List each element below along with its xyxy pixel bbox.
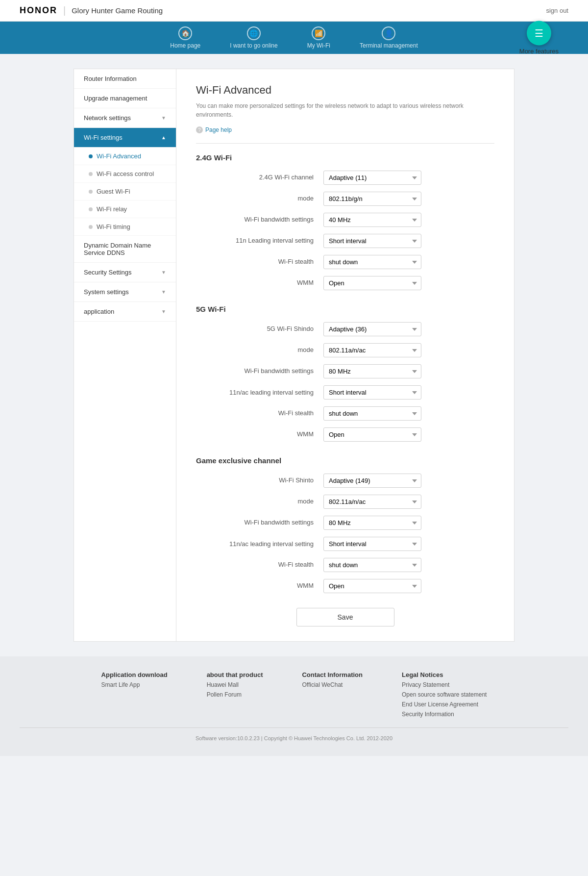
footer-link-opensource[interactable]: Open source software statement <box>402 691 487 698</box>
save-button-row: Save <box>196 608 494 626</box>
control-5g-interval[interactable]: Short interval Long interval <box>323 385 421 400</box>
nav-terminal[interactable]: 👤 Terminal management <box>345 22 433 54</box>
control-24g-bandwidth[interactable]: 40 MHz 20 MHz Auto <box>323 213 421 227</box>
select-game-channel[interactable]: Adaptive (149) 149 153 157 161 <box>323 474 421 488</box>
select-24g-interval[interactable]: Short interval Long interval <box>323 234 421 248</box>
control-game-stealth[interactable]: shut down open <box>323 558 421 572</box>
control-24g-mode[interactable]: 802.11b/g/n 802.11b/g 802.11n <box>323 192 421 206</box>
label-24g-mode: mode <box>196 194 323 203</box>
select-24g-wmm[interactable]: Open Close <box>323 276 421 290</box>
label-game-bandwidth: Wi-Fi bandwidth settings <box>196 518 323 527</box>
control-5g-channel[interactable]: Adaptive (36) 36 40 44 48 <box>323 322 421 336</box>
sidebar-item-application[interactable]: application ▼ <box>74 302 176 322</box>
sidebar-item-ddns[interactable]: Dynamic Domain Name Service DDNS <box>74 236 176 263</box>
select-5g-interval[interactable]: Short interval Long interval <box>323 385 421 400</box>
control-game-wmm[interactable]: Open Close <box>323 579 421 593</box>
label-5g-bandwidth: Wi-Fi bandwidth settings <box>196 367 323 375</box>
control-game-mode[interactable]: 802.11a/n/ac 802.11a/n 802.11ac <box>323 495 421 509</box>
sidebar-sub-guest-wifi[interactable]: Guest Wi-Fi <box>74 183 176 200</box>
footer-link-privacy[interactable]: Privacy Statement <box>402 681 487 688</box>
form-row-game-bandwidth: Wi-Fi bandwidth settings 80 MHz 40 MHz 2… <box>196 516 494 530</box>
footer-link-security[interactable]: Security Information <box>402 711 487 718</box>
wifi-icon: 📶 <box>312 26 325 40</box>
more-features-icon: ☰ <box>527 21 551 46</box>
nav-home[interactable]: 🏠 Home page <box>155 22 215 54</box>
select-24g-bandwidth[interactable]: 40 MHz 20 MHz Auto <box>323 213 421 227</box>
select-5g-channel[interactable]: Adaptive (36) 36 40 44 48 <box>323 322 421 336</box>
form-row-game-stealth: Wi-Fi stealth shut down open <box>196 558 494 572</box>
form-row-5g-bandwidth: Wi-Fi bandwidth settings 80 MHz 40 MHz 2… <box>196 364 494 378</box>
footer-col-contact-title: Contact Information <box>302 671 363 678</box>
control-game-interval[interactable]: Short interval Long interval <box>323 537 421 551</box>
router-name: Glory Hunter Game Routing <box>72 6 163 15</box>
main-container: Router Information Upgrade management Ne… <box>74 69 514 642</box>
select-game-interval[interactable]: Short interval Long interval <box>323 537 421 551</box>
select-24g-mode[interactable]: 802.11b/g/n 802.11b/g 802.11n <box>323 192 421 206</box>
footer-col-legal: Legal Notices Privacy Statement Open sou… <box>402 671 487 718</box>
section-5g-title: 5G Wi-Fi <box>196 305 494 313</box>
nav-items: 🏠 Home page 🌐 I want to go online 📶 My W… <box>155 22 433 54</box>
header: HONOR | Glory Hunter Game Routing sign o… <box>0 0 588 22</box>
control-5g-wmm[interactable]: Open Close <box>323 427 421 442</box>
sign-out-button[interactable]: sign out <box>546 7 568 14</box>
footer-link-wechat[interactable]: Official WeChat <box>302 681 363 688</box>
select-24g-stealth[interactable]: shut down open <box>323 255 421 269</box>
sidebar-item-wifi[interactable]: Wi-Fi settings ▲ <box>74 128 176 148</box>
select-game-bandwidth[interactable]: 80 MHz 40 MHz 20 MHz <box>323 516 421 530</box>
footer: Application download Smart Life App abou… <box>0 656 588 756</box>
select-24g-channel[interactable]: Adaptive (11) 1 6 11 <box>323 171 421 185</box>
select-5g-stealth[interactable]: shut down open <box>323 406 421 421</box>
select-game-stealth[interactable]: shut down open <box>323 558 421 572</box>
sidebar-sub-wifi-timing[interactable]: Wi-Fi timing <box>74 218 176 236</box>
control-24g-channel[interactable]: Adaptive (11) 1 6 11 <box>323 171 421 185</box>
sidebar-item-upgrade[interactable]: Upgrade management <box>74 89 176 108</box>
label-game-mode: mode <box>196 497 323 506</box>
select-5g-bandwidth[interactable]: 80 MHz 40 MHz 20 MHz <box>323 364 421 378</box>
sidebar: Router Information Upgrade management Ne… <box>74 69 176 642</box>
label-game-channel: Wi-Fi Shinto <box>196 476 323 485</box>
sidebar-sub-wifi-access[interactable]: Wi-Fi access control <box>74 165 176 183</box>
brand-area: HONOR | Glory Hunter Game Routing <box>20 5 163 16</box>
label-5g-stealth: Wi-Fi stealth <box>196 409 323 418</box>
form-row-5g-mode: mode 802.11a/n/ac 802.11a/n 802.11ac <box>196 343 494 357</box>
select-game-mode[interactable]: 802.11a/n/ac 802.11a/n 802.11ac <box>323 495 421 509</box>
footer-link-pollen[interactable]: Pollen Forum <box>207 691 263 698</box>
footer-link-smart-life[interactable]: Smart Life App <box>101 681 168 688</box>
sidebar-wifi-timing-label: Wi-Fi timing <box>97 223 130 230</box>
footer-link-huawei-mall[interactable]: Huawei Mall <box>207 681 263 688</box>
page-help-link[interactable]: ? Page help <box>196 126 494 133</box>
help-icon: ? <box>196 126 203 133</box>
form-row-24g-channel: 2.4G Wi-Fi channel Adaptive (11) 1 6 11 <box>196 171 494 185</box>
footer-link-eula[interactable]: End User License Agreement <box>402 701 487 708</box>
control-24g-stealth[interactable]: shut down open <box>323 255 421 269</box>
footer-col-product-title: about that product <box>207 671 263 678</box>
control-game-channel[interactable]: Adaptive (149) 149 153 157 161 <box>323 474 421 488</box>
control-5g-mode[interactable]: 802.11a/n/ac 802.11a/n 802.11ac <box>323 343 421 357</box>
sidebar-item-router-info[interactable]: Router Information <box>74 69 176 89</box>
select-5g-wmm[interactable]: Open Close <box>323 427 421 442</box>
sidebar-sub-wifi-relay[interactable]: Wi-Fi relay <box>74 200 176 218</box>
more-features-label: More features <box>519 48 559 55</box>
nav-wifi[interactable]: 📶 My Wi-Fi <box>293 22 345 54</box>
footer-columns: Application download Smart Life App abou… <box>20 671 568 718</box>
control-5g-bandwidth[interactable]: 80 MHz 40 MHz 20 MHz <box>323 364 421 378</box>
nav-go-online[interactable]: 🌐 I want to go online <box>215 22 292 54</box>
more-features-button[interactable]: ☰ More features <box>519 21 559 55</box>
select-5g-mode[interactable]: 802.11a/n/ac 802.11a/n 802.11ac <box>323 343 421 357</box>
label-game-wmm: WMM <box>196 581 323 590</box>
sidebar-sub-wifi-advanced[interactable]: Wi-Fi Advanced <box>74 148 176 165</box>
sidebar-item-system[interactable]: System settings ▼ <box>74 282 176 302</box>
save-button[interactable]: Save <box>296 608 394 626</box>
control-5g-stealth[interactable]: shut down open <box>323 406 421 421</box>
control-24g-wmm[interactable]: Open Close <box>323 276 421 290</box>
form-row-24g-bandwidth: Wi-Fi bandwidth settings 40 MHz 20 MHz A… <box>196 213 494 227</box>
form-row-24g-stealth: Wi-Fi stealth shut down open <box>196 255 494 269</box>
control-game-bandwidth[interactable]: 80 MHz 40 MHz 20 MHz <box>323 516 421 530</box>
select-game-wmm[interactable]: Open Close <box>323 579 421 593</box>
page-help-label: Page help <box>205 126 232 133</box>
sidebar-item-network[interactable]: Network settings ▼ <box>74 108 176 128</box>
terminal-icon: 👤 <box>382 26 395 40</box>
control-24g-interval[interactable]: Short interval Long interval <box>323 234 421 248</box>
footer-col-product: about that product Huawei Mall Pollen Fo… <box>207 671 263 718</box>
sidebar-item-security[interactable]: Security Settings ▼ <box>74 263 176 282</box>
